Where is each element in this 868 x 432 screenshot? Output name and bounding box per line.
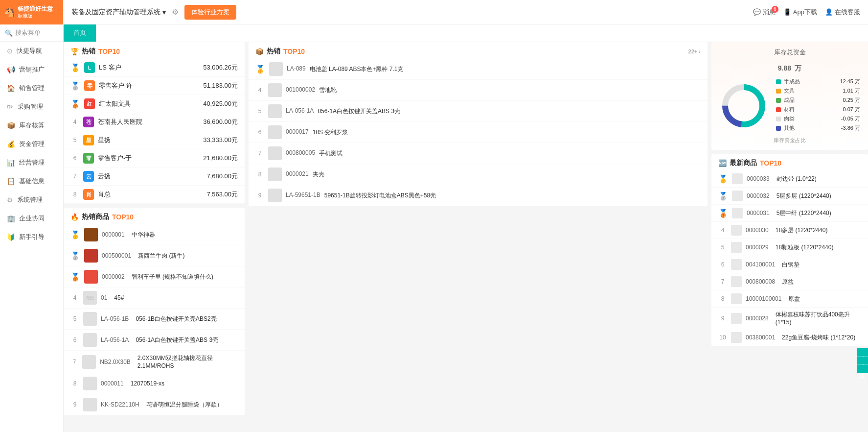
gear-icon[interactable]: ⚙ <box>172 7 179 17</box>
sidebar-item-label: 新手引导 <box>19 233 45 241</box>
legend-label: 其他 <box>784 124 838 132</box>
enterprise-icon: 🏢 <box>7 215 15 222</box>
product-code: LA-59651-1B <box>286 192 320 200</box>
rank-number: 8 <box>718 295 727 302</box>
sidebar-item-system[interactable]: ⚙ 系统管理 <box>0 191 63 209</box>
sidebar-item-purchase[interactable]: 🛍 采购管理 <box>0 97 63 116</box>
product-row: 8 0000011 12070519-xs <box>64 373 245 394</box>
product-row: 5 LA-056-1B 056-1B白色按键开关壳ABS2壳 <box>64 309 245 330</box>
product-image-placeholder: 无图 <box>83 291 97 305</box>
product-name: 5层中纤 (1220*2440) <box>777 209 861 217</box>
top10-label: TOP10 <box>112 213 134 221</box>
sidebar-item-marketing[interactable]: 📢 营销推广 <box>0 60 63 79</box>
customer-name: 零售客户-于 <box>98 154 199 163</box>
product-image-placeholder <box>83 333 97 347</box>
float-live-stream[interactable]: 直播 <box>857 365 868 373</box>
product-image-placeholder <box>82 355 96 369</box>
product-image-placeholder <box>732 208 743 218</box>
customer-name: 肖总 <box>98 190 203 199</box>
product-code: 0000002 <box>102 273 125 280</box>
trial-button[interactable]: 体验行业方案 <box>184 5 236 20</box>
sidebar-item-basics[interactable]: 📋 基础信息 <box>0 172 63 191</box>
legend-label: 半成品 <box>784 78 837 85</box>
medal-icon: 🥇 <box>718 174 728 184</box>
rank-number: 9 <box>70 401 79 408</box>
legend-value: 0.07 万 <box>843 106 860 113</box>
customer-name: 星扬 <box>98 136 199 144</box>
product-code: 0000021 <box>286 170 309 179</box>
product-name: 2.0X30MM双搓花轴搓花直径2.1MM/ROHS <box>137 354 238 369</box>
product-image-placeholder <box>731 225 742 236</box>
customer-name: LS 客户 <box>99 63 199 72</box>
new-product-row: 4 0000030 18多层 (1220*2440) <box>711 222 868 239</box>
new-product-row: 9 0000028 体彬嘉枝味苏打饮品400毫升 (1*15) <box>711 308 868 329</box>
app-download[interactable]: 📱 App下载 <box>783 8 817 17</box>
customer-badge: 红 <box>84 98 95 109</box>
product-code: 000500001 <box>102 252 131 259</box>
legend-dot <box>776 98 781 103</box>
legend-item: 成品 0.25 万 <box>776 96 860 104</box>
product-image-placeholder <box>731 332 742 343</box>
customer-row: 8 肖 肖总 7,563.00元 <box>64 186 245 204</box>
topbar: 装备及固定资产辅助管理系统 ▾ ⚙ 体验行业方案 💬 消息 6 📱 App下载 … <box>64 0 868 24</box>
inventory-value: 9.88 <box>778 64 791 72</box>
product-image-placeholder <box>268 125 282 139</box>
medal-icon: 🥇 <box>70 230 80 240</box>
sidebar-item-enterprise[interactable]: 🏢 企业协同 <box>0 209 63 228</box>
search-icon: 🔍 <box>5 29 13 37</box>
legend-item: 其他 -3.86 万 <box>776 124 860 132</box>
product-name: 体彬嘉枝味苏打饮品400毫升 (1*15) <box>776 311 861 326</box>
product-image-placeholder <box>731 313 742 324</box>
product-name: 雪地靴 <box>319 86 337 95</box>
product-image-placeholder <box>732 173 743 184</box>
rank-number: 4 <box>70 294 79 301</box>
notifications[interactable]: 💬 消息 6 <box>753 8 776 17</box>
rank-number: 10 <box>718 334 727 341</box>
inventory-total-value: 9.88 万 <box>719 59 860 74</box>
logo-badge: 标准版 <box>18 13 53 19</box>
sidebar-item-operations[interactable]: 📊 经营管理 <box>0 153 63 172</box>
product-image <box>84 228 98 241</box>
customer-row: 🥉 红 红太阳文具 40,925.00元 <box>64 95 245 113</box>
customer-name: 苍南县人民医院 <box>98 118 199 126</box>
search-label: 搜索菜单 <box>15 28 41 37</box>
inv-product-row: 5 LA-056-1A 056-1A白色按键开关盖ABS 3壳 <box>249 101 708 122</box>
float-service-hotline[interactable]: 客服热线 <box>857 348 868 357</box>
sidebar-item-inventory[interactable]: 📦 库存核算 <box>0 116 63 135</box>
inventory-summary-card: 库存总资金 9.88 万 <box>711 42 868 150</box>
float-service-community[interactable]: 服务社区 <box>857 357 868 365</box>
product-row: 🥈 000500001 新西兰牛肉 (新牛) <box>64 245 245 266</box>
product-name: 18多层 (1220*2440) <box>776 226 861 235</box>
service-icon: 👤 <box>825 8 833 16</box>
sidebar-item-label: 经营管理 <box>19 158 45 167</box>
system-selector[interactable]: 装备及固定资产辅助管理系统 ▾ <box>71 8 166 17</box>
search-menu[interactable]: 🔍 搜索菜单 <box>0 24 63 42</box>
inventory-footer: 库存资金占比 <box>719 137 860 144</box>
system-icon: ⚙ <box>7 196 13 204</box>
sidebar-item-sales[interactable]: 🏠 销售管理 <box>0 79 63 97</box>
medal-icon: 🥈 <box>70 251 80 261</box>
home-icon: ⊙ <box>7 47 13 55</box>
legend-value: 12.45 万 <box>840 78 860 85</box>
online-service[interactable]: 👤 在线客服 <box>825 8 860 17</box>
product-code: 0000028 <box>746 315 769 322</box>
sidebar-item-finance[interactable]: 💰 资金管理 <box>0 135 63 153</box>
product-code: 01 <box>101 294 107 301</box>
customer-amount: 7,563.00元 <box>206 190 238 199</box>
legend-value: 1.01 万 <box>843 87 860 95</box>
logo-text: 畅捷通好生意 标准版 <box>18 5 53 20</box>
product-name: 12070519-xs <box>131 380 164 387</box>
customer-name: 云扬 <box>98 172 203 181</box>
customer-row: 4 苍 苍南县人民医院 36,600.00元 <box>64 113 245 131</box>
tab-home[interactable]: 首页 <box>64 24 96 42</box>
product-image-placeholder <box>269 62 283 76</box>
sidebar-item-guide[interactable]: 🔰 新手引导 <box>0 228 63 246</box>
product-image-placeholder <box>268 168 282 181</box>
rank-number: 5 <box>255 108 264 115</box>
sidebar-item-quick-nav[interactable]: ⊙ 快捷导航 <box>0 42 63 60</box>
product-image-placeholder <box>731 293 742 304</box>
product-code: 000800005 <box>286 149 315 158</box>
product-code: 0000011 <box>101 380 124 387</box>
medal-icon: 🥈 <box>718 192 728 201</box>
rank-number: 4 <box>255 87 264 94</box>
